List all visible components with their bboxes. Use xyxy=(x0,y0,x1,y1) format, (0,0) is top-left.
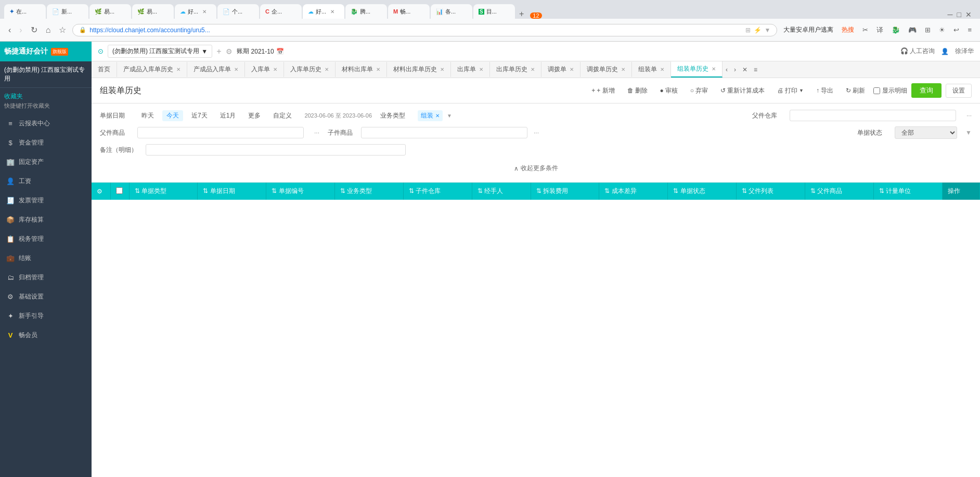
grid-icon[interactable]: ⊞ xyxy=(923,25,933,35)
sub-commodity-more[interactable]: ··· xyxy=(534,129,539,136)
history-icon[interactable]: ↩ xyxy=(951,25,961,35)
page-tab-close-adjust-history[interactable]: ✕ xyxy=(621,67,625,72)
menu-icon[interactable]: ≡ xyxy=(965,25,974,35)
col-setting[interactable]: ⚙ xyxy=(92,183,110,200)
parent-commodity-more[interactable]: ··· xyxy=(314,129,319,136)
review-button[interactable]: ● 审核 xyxy=(656,84,682,97)
business-type-dropdown-arrow[interactable]: ▼ xyxy=(447,113,452,119)
col-sub-warehouse[interactable]: ⇅ 子件仓库 xyxy=(404,183,472,200)
delete-button[interactable]: 🗑 删除 xyxy=(623,84,652,97)
reload-button[interactable]: ↻ xyxy=(29,23,40,37)
maximize-button[interactable]: □ xyxy=(957,10,961,19)
browser-tab-3[interactable]: 🌿 易... xyxy=(89,4,131,19)
col-business-type[interactable]: ⇅ 业务类型 xyxy=(335,183,404,200)
business-type-tag-close[interactable]: ✕ xyxy=(435,113,440,119)
company-selector[interactable]: (勿删勿禁用) 江西服宝测试专用 ▼ xyxy=(108,45,212,58)
page-tab-material-out[interactable]: 材料出库单 ✕ xyxy=(336,62,387,77)
tabs-more-button[interactable]: ≡ xyxy=(751,63,760,76)
sidebar-item-invoice-mgmt[interactable]: 🧾 发票管理 xyxy=(0,191,92,210)
col-status[interactable]: ⇅ 单据状态 xyxy=(668,183,737,200)
browser-tab-4[interactable]: 🌿 易... xyxy=(132,4,174,19)
print-button[interactable]: 🖨 打印 ▼ xyxy=(773,84,808,97)
col-date[interactable]: ⇅ 单据日期 xyxy=(198,183,266,200)
extension-icon-2[interactable]: 🎮 xyxy=(906,25,919,35)
browser-tab-2[interactable]: 📄 新... xyxy=(47,4,88,19)
page-tab-close-material-out[interactable]: ✕ xyxy=(376,67,380,72)
browser-tab-8[interactable]: ☁ 好... ✕ xyxy=(303,4,344,19)
page-tab-close-out-history[interactable]: ✕ xyxy=(531,67,535,72)
browser-tab-1[interactable]: ✦ 在... xyxy=(4,4,46,19)
sub-commodity-input[interactable] xyxy=(361,127,527,138)
sun-icon[interactable]: ☀ xyxy=(937,25,947,35)
browser-tab-9[interactable]: 🐉 腾... xyxy=(345,4,387,19)
business-type-tag[interactable]: 组装 ✕ xyxy=(418,110,443,121)
minimize-button[interactable]: ─ xyxy=(948,10,953,19)
sidebar-favorites[interactable]: 收藏夹 快捷键打开收藏夹 xyxy=(0,88,92,114)
parent-warehouse-input[interactable] xyxy=(790,110,956,121)
date-custom-btn[interactable]: 自定义 xyxy=(269,110,296,121)
translate-icon[interactable]: 译 xyxy=(874,24,885,36)
url-bar[interactable]: 🔒 https://cloud.chanjet.com/accounting/u… xyxy=(72,24,777,36)
export-button[interactable]: ↑ 导出 xyxy=(812,84,837,97)
col-dismantling-fee[interactable]: ⇅ 拆装费用 xyxy=(531,183,599,200)
page-tab-close-in-order[interactable]: ✕ xyxy=(273,67,277,72)
page-tab-in-history[interactable]: 入库单历史 ✕ xyxy=(284,62,336,77)
sidebar-item-new-guide[interactable]: ✦ 新手引导 xyxy=(0,306,92,326)
date-more-btn[interactable]: 更多 xyxy=(244,110,265,121)
date-7days-btn[interactable]: 近7天 xyxy=(187,110,212,121)
browser-tab-12[interactable]: S 目... xyxy=(473,4,515,19)
sidebar-item-inventory[interactable]: 📦 库存核算 xyxy=(0,210,92,229)
page-tab-close-adjust[interactable]: ✕ xyxy=(570,67,574,72)
page-tab-close-in-history[interactable]: ✕ xyxy=(325,67,329,72)
date-yesterday-btn[interactable]: 昨天 xyxy=(137,110,158,121)
page-tab-close-assembly-history[interactable]: ✕ xyxy=(712,66,716,72)
tabs-next-button[interactable]: › xyxy=(731,63,739,76)
close-window-button[interactable]: ✕ xyxy=(965,10,972,19)
sidebar-item-archive-mgmt[interactable]: 🗂 归档管理 xyxy=(0,268,92,287)
col-parent-list[interactable]: ⇅ 父件列表 xyxy=(737,183,805,200)
parent-warehouse-more[interactable]: ··· xyxy=(966,112,972,119)
page-tab-out-order[interactable]: 出库单 ✕ xyxy=(451,62,490,77)
page-tab-adjust[interactable]: 调拨单 ✕ xyxy=(541,62,581,77)
tab-close-5[interactable]: ✕ xyxy=(202,9,207,15)
page-tab-close-assembly[interactable]: ✕ xyxy=(660,67,664,72)
col-check[interactable] xyxy=(110,183,129,200)
select-all-checkbox[interactable] xyxy=(116,187,123,194)
sidebar-item-checkout[interactable]: 💼 结账 xyxy=(0,249,92,268)
sidebar-item-fund-mgmt[interactable]: $ 资金管理 xyxy=(0,133,92,152)
col-type[interactable]: ⇅ 单据类型 xyxy=(129,183,198,200)
parent-commodity-input[interactable] xyxy=(137,127,304,138)
add-button[interactable]: + + 新增 xyxy=(587,84,618,97)
sidebar-item-cloud-report[interactable]: ≡ 云报表中心 xyxy=(0,114,92,133)
col-cost-diff[interactable]: ⇅ 成本差异 xyxy=(599,183,668,200)
sidebar-item-basic-settings[interactable]: ⚙ 基础设置 xyxy=(0,287,92,306)
page-tab-production-in-history[interactable]: 产成品入库单历史 ✕ xyxy=(117,62,187,77)
page-tab-close-production-in[interactable]: ✕ xyxy=(234,67,238,72)
browser-tab-10[interactable]: M 畅... xyxy=(388,4,430,19)
extension-icon-1[interactable]: 🐉 xyxy=(889,25,902,35)
status-select[interactable]: 全部 草稿 已审核 xyxy=(895,126,957,139)
browser-tab-11[interactable]: 📊 各... xyxy=(431,4,472,19)
recalc-cost-button[interactable]: ↺ 重新计算成本 xyxy=(716,84,769,97)
tabs-prev-button[interactable]: ‹ xyxy=(723,63,731,76)
sidebar-item-tax-mgmt[interactable]: 📋 税务管理 xyxy=(0,229,92,249)
tabs-close-all-button[interactable]: ✕ xyxy=(739,63,751,76)
add-company-button[interactable]: + xyxy=(216,47,221,56)
new-tab-button[interactable]: + xyxy=(516,9,527,19)
page-tab-close-out-order[interactable]: ✕ xyxy=(479,67,483,72)
home-button[interactable]: ⌂ xyxy=(44,23,53,37)
query-button[interactable]: 查询 xyxy=(911,83,942,98)
remarks-input[interactable] xyxy=(146,144,406,156)
abandon-button[interactable]: ○ 弃审 xyxy=(686,84,712,97)
bookmark-button[interactable]: ☆ xyxy=(57,23,68,37)
settings-button[interactable]: ⚙ xyxy=(226,47,233,56)
col-unit[interactable]: ⇅ 计量单位 xyxy=(873,183,942,200)
page-tab-out-history[interactable]: 出库单历史 ✕ xyxy=(490,62,541,77)
date-today-btn[interactable]: 今天 xyxy=(162,110,183,121)
page-tab-production-in[interactable]: 产成品入库单 ✕ xyxy=(187,62,245,77)
col-number[interactable]: ⇅ 单据编号 xyxy=(266,183,335,200)
page-tab-close-material-out-history[interactable]: ✕ xyxy=(440,67,444,72)
forward-button[interactable]: › xyxy=(17,23,24,37)
col-parent-commodity[interactable]: ⇅ 父件商品 xyxy=(805,183,874,200)
sidebar-company[interactable]: (勿删勿禁用) 江西服宝测试专用 xyxy=(0,61,92,88)
